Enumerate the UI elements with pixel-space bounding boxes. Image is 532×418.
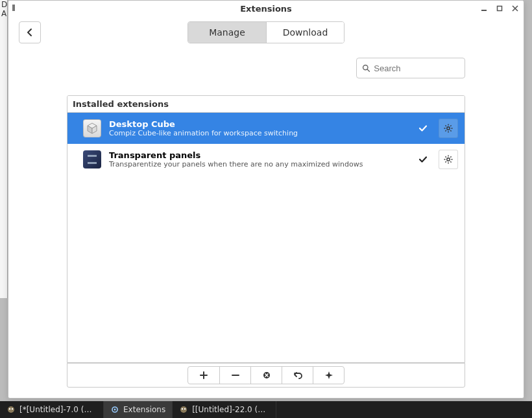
maximize-button[interactable]: [495, 4, 504, 13]
extension-row[interactable]: Desktop Cube Compiz Cube-like animation …: [67, 113, 465, 144]
search-input[interactable]: [374, 64, 459, 73]
gimp-icon: [179, 405, 188, 414]
section-header: Installed extensions: [67, 96, 465, 113]
taskbar-label: Extensions: [123, 405, 165, 414]
svg-rect-1: [498, 6, 502, 11]
extensions-panel: Installed extensions Desktop Cube Compiz…: [67, 95, 465, 363]
search-field[interactable]: [356, 58, 465, 78]
window-indicator-icon: [12, 5, 15, 11]
undo-button[interactable]: [282, 367, 313, 384]
tab-label: Manage: [209, 27, 245, 38]
tab-download[interactable]: Download: [266, 22, 344, 43]
taskbar-label: [[Untitled]-22.0 (RGB…: [192, 405, 269, 414]
sparkle-icon: [324, 371, 333, 380]
minimize-button[interactable]: [479, 4, 489, 13]
cancel-icon: [262, 371, 271, 380]
plus-icon: [199, 371, 208, 380]
enabled-indicator: [415, 155, 431, 164]
extension-text: Transparent panels Transparentize your p…: [109, 150, 407, 168]
settings-icon: [110, 405, 119, 414]
svg-point-15: [184, 408, 186, 410]
titlebar[interactable]: Extensions: [8, 1, 524, 16]
undo-icon: [293, 371, 302, 380]
check-icon: [418, 124, 428, 133]
taskbar-item[interactable]: [*[Untitled]-7.0 (RGB…: [0, 401, 104, 418]
check-icon: [418, 155, 428, 164]
svg-point-13: [180, 406, 187, 413]
disable-button[interactable]: [250, 367, 282, 384]
extensions-window: Extensions Manage Download: [8, 0, 524, 399]
svg-point-8: [8, 406, 14, 413]
svg-rect-0: [481, 10, 487, 11]
extension-icon: [83, 119, 101, 137]
svg-point-3: [447, 127, 450, 130]
taskbar-label: [*[Untitled]-7.0 (RGB…: [19, 405, 97, 414]
background-window-edge: D A: [0, 0, 8, 298]
extension-description: Transparentize your panels when there ar…: [109, 160, 407, 168]
minimize-icon: [481, 5, 487, 12]
extension-name: Transparent panels: [109, 150, 407, 160]
svg-point-6: [447, 158, 450, 161]
extension-text: Desktop Cube Compiz Cube-like animation …: [109, 119, 407, 137]
svg-point-14: [182, 408, 183, 410]
extension-settings-button[interactable]: [439, 119, 458, 138]
bg-letter: D: [0, 0, 7, 9]
minus-icon: [231, 371, 240, 380]
svg-rect-5: [88, 162, 97, 164]
tab-label: Download: [283, 27, 328, 38]
taskbar-item[interactable]: [[Untitled]-22.0 (RGB…: [173, 401, 276, 418]
close-button[interactable]: [511, 4, 520, 13]
svg-point-12: [114, 409, 116, 411]
search-row: [8, 49, 524, 85]
window-controls: [479, 1, 520, 16]
window-title: Extensions: [240, 4, 292, 14]
remove-button[interactable]: [219, 367, 250, 384]
section-title: Installed extensions: [73, 99, 169, 109]
extension-description: Compiz Cube-like animation for workspace…: [109, 129, 407, 137]
back-button[interactable]: [19, 21, 41, 43]
chevron-left-icon: [25, 28, 34, 37]
gear-icon: [443, 123, 453, 134]
maximize-icon: [496, 5, 503, 12]
svg-point-10: [12, 408, 13, 410]
extension-settings-button[interactable]: [439, 150, 458, 169]
header-bar: Manage Download: [8, 16, 524, 49]
action-toolbar: [67, 363, 465, 388]
cube-icon: [86, 122, 99, 135]
extension-name: Desktop Cube: [109, 119, 407, 129]
close-icon: [512, 5, 518, 12]
view-tabs: Manage Download: [187, 21, 345, 43]
gear-icon: [443, 154, 453, 165]
extension-icon: [83, 150, 101, 168]
extensions-list: Desktop Cube Compiz Cube-like animation …: [67, 113, 465, 362]
extension-row[interactable]: Transparent panels Transparentize your p…: [67, 144, 465, 175]
add-button[interactable]: [188, 367, 219, 384]
toolbar-group: [187, 366, 345, 384]
tab-manage[interactable]: Manage: [188, 22, 266, 43]
svg-rect-4: [88, 155, 97, 157]
bg-letter: A: [0, 9, 7, 18]
update-button[interactable]: [313, 367, 344, 384]
taskbar: [*[Untitled]-7.0 (RGB… Extensions [[Unti…: [0, 401, 532, 418]
gimp-icon: [6, 405, 16, 414]
panels-icon: [86, 153, 99, 166]
svg-point-9: [9, 408, 10, 410]
search-icon: [362, 64, 370, 73]
enabled-indicator: [415, 124, 431, 133]
taskbar-item[interactable]: Extensions: [104, 401, 173, 418]
